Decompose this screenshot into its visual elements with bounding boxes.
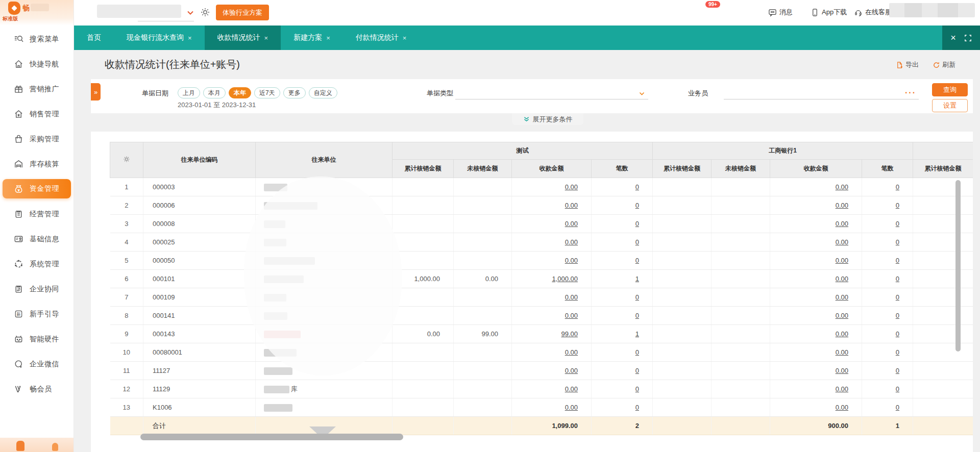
- amount-link[interactable]: 0: [896, 183, 899, 191]
- tab-收款情况统计[interactable]: 收款情况统计×: [205, 26, 281, 50]
- tab-现金银行流水查询[interactable]: 现金银行流水查询×: [114, 26, 205, 50]
- date-chip-自定义[interactable]: 自定义: [309, 87, 337, 98]
- amount-link[interactable]: 0.00: [836, 404, 848, 411]
- sidebar-item-资金管理[interactable]: 资金管理: [3, 179, 71, 198]
- refresh-button[interactable]: 刷新: [933, 60, 955, 69]
- sidebar-item-营销推广[interactable]: 营销推广: [0, 77, 74, 102]
- query-button[interactable]: 查询: [932, 83, 968, 96]
- tab-付款情况统计[interactable]: 付款情况统计×: [343, 26, 420, 50]
- amount-link[interactable]: 1: [635, 330, 639, 338]
- amount-link[interactable]: 0: [896, 202, 899, 209]
- amount-link[interactable]: 0: [635, 183, 639, 191]
- sidebar-item-企业协同[interactable]: 企业协同: [0, 277, 74, 302]
- settings-button[interactable]: 设置: [932, 99, 968, 112]
- online-service-button[interactable]: 在线客服: [854, 8, 892, 17]
- sidebar-item-销售管理[interactable]: 销售管理: [0, 102, 74, 127]
- amount-link[interactable]: 0: [635, 238, 639, 246]
- gear-icon[interactable]: [200, 7, 210, 17]
- close-icon[interactable]: ×: [188, 35, 192, 41]
- amount-link[interactable]: 0.00: [565, 220, 578, 228]
- tab-新建方案[interactable]: 新建方案×: [281, 26, 343, 50]
- gear-icon[interactable]: [122, 155, 131, 163]
- date-chip-近7天[interactable]: 近7天: [254, 87, 280, 98]
- amount-link[interactable]: 0.00: [565, 367, 578, 374]
- amount-link[interactable]: 0.00: [836, 220, 848, 228]
- amount-link[interactable]: 0: [896, 367, 899, 374]
- amount-link[interactable]: 0: [635, 293, 639, 301]
- sidebar-item-新手引导[interactable]: 新新手引导: [0, 302, 74, 327]
- industry-solution-button[interactable]: 体验行业方案: [216, 5, 269, 20]
- amount-link[interactable]: 0.00: [565, 202, 578, 209]
- chevron-down-icon[interactable]: [639, 90, 645, 97]
- sidebar-item-库存核算[interactable]: 库存核算: [0, 152, 74, 177]
- sidebar-item-经营管理[interactable]: 经营管理: [0, 202, 74, 227]
- amount-link[interactable]: 0: [896, 293, 899, 301]
- amount-link[interactable]: 0: [896, 385, 899, 393]
- amount-link[interactable]: 0.00: [565, 385, 578, 393]
- sidebar-item-基础信息[interactable]: 基础信息: [0, 227, 74, 252]
- close-icon[interactable]: ×: [264, 35, 268, 41]
- sidebar-item-快捷导航[interactable]: 快捷导航: [0, 52, 74, 77]
- org-selector-redacted[interactable]: [97, 5, 181, 18]
- amount-link[interactable]: 0.00: [836, 293, 848, 301]
- amount-link[interactable]: 1,000.00: [552, 275, 578, 283]
- fullscreen-icon[interactable]: [964, 34, 972, 42]
- amount-link[interactable]: 0.00: [836, 202, 848, 209]
- sidebar-item-搜索菜单[interactable]: 搜索菜单: [0, 27, 74, 52]
- amount-link[interactable]: 0: [896, 348, 899, 356]
- sidebar-item-畅会员[interactable]: 畅会员: [0, 376, 74, 401]
- chevron-down-icon[interactable]: [186, 9, 194, 17]
- amount-link[interactable]: 1: [635, 275, 639, 283]
- amount-link[interactable]: 0: [896, 275, 899, 283]
- amount-link[interactable]: 0: [635, 257, 639, 264]
- amount-link[interactable]: 0.00: [836, 238, 848, 246]
- amount-link[interactable]: 0.00: [565, 293, 578, 301]
- app-download-button[interactable]: App下载: [811, 8, 847, 17]
- amount-link[interactable]: 0.00: [565, 312, 578, 319]
- date-chip-更多[interactable]: 更多: [283, 87, 306, 98]
- amount-link[interactable]: 0: [896, 330, 899, 338]
- sidebar-item-系统管理[interactable]: 系统管理: [0, 252, 74, 277]
- amount-link[interactable]: 0.00: [565, 257, 578, 264]
- amount-link[interactable]: 0: [635, 220, 639, 228]
- expand-more-conditions[interactable]: 展开更多条件: [512, 113, 583, 125]
- amount-link[interactable]: 0.00: [565, 404, 578, 411]
- date-range-value[interactable]: 2023-01-01 至 2023-12-31: [178, 101, 256, 110]
- amount-link[interactable]: 0: [635, 404, 639, 411]
- amount-link[interactable]: 0.00: [565, 238, 578, 246]
- amount-link[interactable]: 0.00: [836, 330, 848, 338]
- amount-link[interactable]: 0.00: [836, 348, 848, 356]
- date-chip-上月[interactable]: 上月: [178, 87, 200, 98]
- salesman-input[interactable]: [724, 86, 919, 99]
- amount-link[interactable]: 0: [635, 312, 639, 319]
- tab-首页[interactable]: 首页: [74, 26, 114, 50]
- sidebar-item-企业微信[interactable]: 企业微信: [0, 351, 74, 376]
- salesman-picker-dots[interactable]: ···: [905, 88, 916, 97]
- export-button[interactable]: 导出: [896, 60, 919, 69]
- vertical-scrollbar[interactable]: [955, 180, 961, 351]
- doc-type-select[interactable]: [455, 86, 648, 99]
- amount-link[interactable]: 0: [635, 348, 639, 356]
- messages-button[interactable]: 消息: [768, 8, 793, 17]
- date-chip-本月[interactable]: 本月: [203, 87, 226, 98]
- close-icon[interactable]: ×: [403, 35, 407, 41]
- amount-link[interactable]: 0: [896, 312, 899, 319]
- amount-link[interactable]: 0.00: [836, 257, 848, 264]
- amount-link[interactable]: 0: [896, 257, 899, 264]
- amount-link[interactable]: 99.00: [561, 330, 578, 338]
- close-icon[interactable]: ×: [326, 35, 330, 41]
- amount-link[interactable]: 0.00: [836, 312, 848, 319]
- amount-link[interactable]: 0.00: [565, 183, 578, 191]
- close-all-icon[interactable]: ×: [950, 33, 956, 42]
- amount-link[interactable]: 0: [896, 238, 899, 246]
- amount-link[interactable]: 0.00: [836, 385, 848, 393]
- amount-link[interactable]: 0: [635, 385, 639, 393]
- amount-link[interactable]: 0.00: [836, 367, 848, 374]
- amount-link[interactable]: 0: [635, 367, 639, 374]
- sidebar-item-采购管理[interactable]: 采购管理: [0, 127, 74, 152]
- amount-link[interactable]: 0.00: [836, 183, 848, 191]
- amount-link[interactable]: 0: [635, 202, 639, 209]
- amount-link[interactable]: 0: [896, 404, 899, 411]
- collapse-filter-button[interactable]: »: [91, 83, 101, 101]
- horizontal-scrollbar[interactable]: [140, 434, 403, 440]
